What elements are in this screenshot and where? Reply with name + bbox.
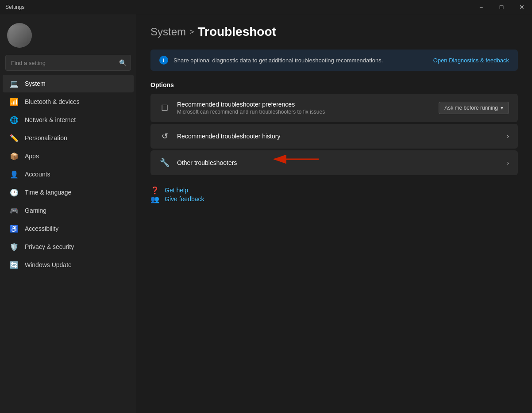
help-link-icon-give-feedback: 👥 (150, 195, 159, 203)
close-button[interactable]: ✕ (512, 0, 532, 14)
banner-text: Share optional diagnostic data to get ad… (173, 57, 383, 64)
search-input[interactable] (5, 55, 131, 71)
sidebar-item-time[interactable]: 🕐 Time & language (3, 184, 134, 201)
option-title-recommended-history: Recommended troubleshooter history (177, 133, 280, 140)
option-card-other-troubleshooters[interactable]: 🔧 Other troubleshooters › (150, 150, 518, 175)
app-container: 🔍 💻 System 📶 Bluetooth & devices 🌐 Netwo… (0, 14, 532, 413)
help-links: ❓ Get help 👥 Give feedback (150, 186, 518, 203)
nav-label-gaming: Gaming (25, 207, 46, 214)
open-diagnostics-link[interactable]: Open Diagnostics & feedback (433, 57, 509, 64)
nav-icon-update: 🔄 (10, 260, 19, 269)
sidebar-item-bluetooth[interactable]: 📶 Bluetooth & devices (3, 93, 134, 111)
nav-label-update: Windows Update (25, 261, 72, 268)
search-bar: 🔍 (5, 55, 131, 71)
option-subtitle: Microsoft can recommend and run troubles… (177, 109, 325, 115)
minimize-button[interactable]: − (471, 0, 491, 14)
option-card-recommended-history[interactable]: ↺ Recommended troubleshooter history › (150, 124, 518, 149)
help-link-get-help[interactable]: ❓ Get help (150, 186, 518, 195)
titlebar: Settings − □ ✕ (0, 0, 532, 14)
main-content: System > Troubleshoot i Share optional d… (136, 14, 532, 413)
app-title: Settings (5, 4, 24, 10)
dropdown-control: Ask me before running ▾ (439, 102, 509, 114)
nav-icon-personalization: ✏️ (10, 134, 19, 142)
sidebar-item-network[interactable]: 🌐 Network & internet (3, 111, 134, 129)
sidebar-item-gaming[interactable]: 🎮 Gaming (3, 202, 134, 219)
option-icon-recommended-history: ↺ (159, 131, 170, 141)
breadcrumb-parent[interactable]: System (150, 26, 186, 38)
page-title: Troubleshoot (198, 25, 276, 39)
sidebar-item-personalization[interactable]: ✏️ Personalization (3, 129, 134, 147)
profile-section (0, 14, 136, 55)
nav-label-time: Time & language (25, 189, 71, 196)
nav-icon-gaming: 🎮 (10, 206, 19, 215)
window-controls: − □ ✕ (471, 0, 532, 14)
option-icon-other-troubleshooters: 🔧 (159, 157, 170, 168)
nav-icon-network: 🌐 (10, 115, 19, 124)
maximize-button[interactable]: □ (491, 0, 512, 14)
nav-label-accounts: Accounts (25, 171, 50, 178)
nav-label-system: System (25, 80, 46, 87)
sidebar-item-system[interactable]: 💻 System (3, 75, 134, 92)
breadcrumb: System > Troubleshoot (150, 25, 518, 39)
nav-label-network: Network & internet (25, 116, 76, 123)
dropdown-value: Ask me before running (444, 105, 498, 111)
options-heading: Options (150, 81, 518, 88)
nav-icon-accounts: 👤 (10, 170, 19, 179)
chevron-right-icon: › (507, 159, 509, 166)
sidebar-item-accessibility[interactable]: ♿ Accessibility (3, 220, 134, 237)
nav-icon-apps: 📦 (10, 152, 19, 161)
info-icon: i (159, 56, 168, 65)
dropdown-button[interactable]: Ask me before running ▾ (439, 102, 509, 114)
chevron-down-icon: ▾ (501, 105, 503, 111)
options-list: ☐ Recommended troubleshooter preferences… (150, 94, 518, 175)
option-icon-recommended-prefs: ☐ (159, 103, 170, 113)
nav-icon-time: 🕐 (10, 188, 19, 197)
info-banner: i Share optional diagnostic data to get … (150, 50, 518, 71)
search-icon: 🔍 (119, 59, 127, 66)
nav-icon-privacy: 🛡️ (10, 242, 19, 251)
avatar (7, 23, 32, 48)
sidebar-item-apps[interactable]: 📦 Apps (3, 147, 134, 165)
nav-icon-system: 💻 (10, 79, 19, 88)
help-link-label-get-help: Get help (165, 187, 188, 194)
nav-icon-accessibility: ♿ (10, 224, 19, 233)
nav-label-bluetooth: Bluetooth & devices (25, 98, 80, 105)
breadcrumb-separator: > (189, 27, 194, 37)
nav-label-privacy: Privacy & security (25, 243, 74, 250)
chevron-right-icon: › (507, 133, 509, 140)
help-link-label-give-feedback: Give feedback (165, 195, 204, 203)
sidebar: 🔍 💻 System 📶 Bluetooth & devices 🌐 Netwo… (0, 14, 136, 413)
sidebar-item-accounts[interactable]: 👤 Accounts (3, 165, 134, 183)
help-links-list: ❓ Get help 👥 Give feedback (150, 186, 518, 203)
sidebar-item-privacy[interactable]: 🛡️ Privacy & security (3, 238, 134, 256)
options-area: ☐ Recommended troubleshooter preferences… (150, 94, 518, 175)
help-link-give-feedback[interactable]: 👥 Give feedback (150, 195, 518, 203)
nav-label-accessibility: Accessibility (25, 225, 58, 232)
nav-label-apps: Apps (25, 153, 39, 160)
help-link-icon-get-help: ❓ (150, 186, 159, 195)
nav-icon-bluetooth: 📶 (10, 97, 19, 106)
option-title-other-troubleshooters: Other troubleshooters (177, 159, 237, 166)
sidebar-item-update[interactable]: 🔄 Windows Update (3, 256, 134, 274)
nav-list: 💻 System 📶 Bluetooth & devices 🌐 Network… (0, 74, 136, 274)
nav-label-personalization: Personalization (25, 134, 67, 141)
option-title-recommended-prefs: Recommended troubleshooter preferences (177, 101, 325, 108)
option-card-recommended-prefs[interactable]: ☐ Recommended troubleshooter preferences… (150, 94, 518, 122)
